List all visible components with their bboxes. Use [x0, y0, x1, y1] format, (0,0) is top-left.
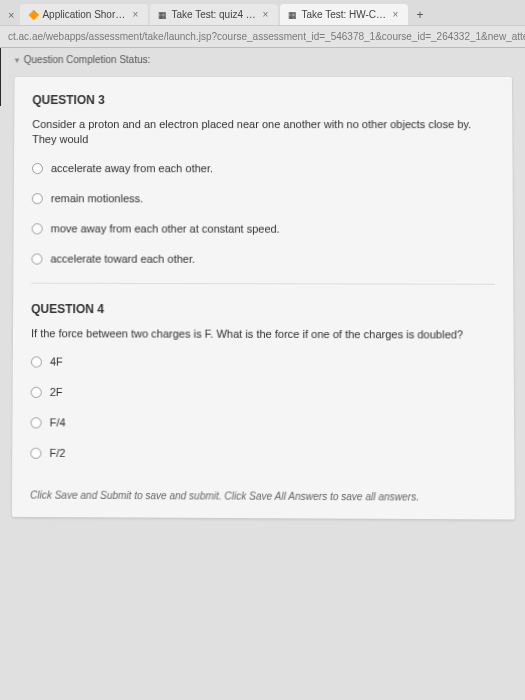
radio-button[interactable] [31, 253, 42, 264]
radio-button[interactable] [30, 448, 41, 459]
option-label: remain motionless. [51, 192, 143, 204]
radio-button[interactable] [31, 357, 42, 368]
page-content: ▾ Question Completion Status: QUESTION 3… [0, 48, 525, 700]
option-row[interactable]: accelerate away from each other. [32, 162, 494, 174]
option-label: F/2 [49, 447, 65, 459]
radio-button[interactable] [31, 387, 42, 398]
radio-button[interactable] [32, 193, 43, 204]
close-icon[interactable]: × [131, 9, 141, 20]
question-prompt: Consider a proton and an electron placed… [32, 117, 494, 148]
close-icon[interactable]: × [391, 9, 401, 20]
tab-quiz4[interactable]: ▦ Take Test: quiz4 – PHY 0103 × [150, 4, 278, 25]
tab-shortcuts[interactable]: 🔶 Application Shortcuts × [20, 4, 148, 25]
option-row[interactable]: remain motionless. [32, 192, 495, 205]
divider [31, 282, 495, 284]
save-submit-instructions: Click Save and Submit to save and submit… [30, 490, 496, 504]
tab-title: Take Test: quiz4 – PHY 0103 [171, 9, 256, 20]
app-icon: 🔶 [28, 10, 38, 20]
close-tab-icon[interactable]: × [4, 7, 18, 23]
close-icon[interactable]: × [261, 9, 271, 20]
tab-title: Take Test: HW-CL06- electros [301, 9, 386, 20]
blackboard-icon: ▦ [288, 10, 297, 20]
questions-panel: QUESTION 3 Consider a proton and an elec… [12, 77, 515, 520]
radio-button[interactable] [32, 163, 43, 174]
option-row[interactable]: move away from each other at constant sp… [32, 222, 495, 235]
question-title: QUESTION 3 [32, 93, 494, 107]
option-label: 4F [50, 356, 63, 368]
radio-button[interactable] [31, 417, 42, 428]
blackboard-icon: ▦ [158, 10, 167, 20]
option-label: accelerate away from each other. [51, 162, 213, 174]
tab-title: Application Shortcuts [42, 9, 126, 20]
option-label: move away from each other at constant sp… [51, 222, 280, 234]
option-label: F/4 [50, 416, 66, 428]
chevron-down-icon: ▾ [15, 55, 20, 65]
option-row[interactable]: 2F [31, 386, 496, 400]
browser-chrome: × 🔶 Application Shortcuts × ▦ Take Test:… [0, 0, 525, 48]
question-3: QUESTION 3 Consider a proton and an elec… [31, 93, 494, 265]
address-bar[interactable]: ct.ac.ae/webapps/assessment/take/launch.… [0, 25, 525, 47]
radio-button[interactable] [32, 223, 43, 234]
question-4: QUESTION 4 If the force between two char… [30, 302, 496, 462]
option-row[interactable]: F/4 [31, 416, 496, 430]
tab-hw-cl06[interactable]: ▦ Take Test: HW-CL06- electros × [280, 4, 408, 25]
tab-strip: × 🔶 Application Shortcuts × ▦ Take Test:… [0, 0, 525, 25]
option-row[interactable]: 4F [31, 356, 496, 370]
option-label: 2F [50, 386, 63, 398]
option-row[interactable]: accelerate toward each other. [31, 252, 494, 265]
option-row[interactable]: F/2 [30, 447, 496, 461]
completion-status-label: Question Completion Status: [24, 54, 151, 65]
new-tab-button[interactable]: + [410, 5, 429, 25]
completion-status-bar[interactable]: ▾ Question Completion Status: [1, 48, 525, 71]
question-title: QUESTION 4 [31, 302, 495, 317]
question-prompt: If the force between two charges is F. W… [31, 326, 495, 343]
option-label: accelerate toward each other. [50, 252, 195, 264]
